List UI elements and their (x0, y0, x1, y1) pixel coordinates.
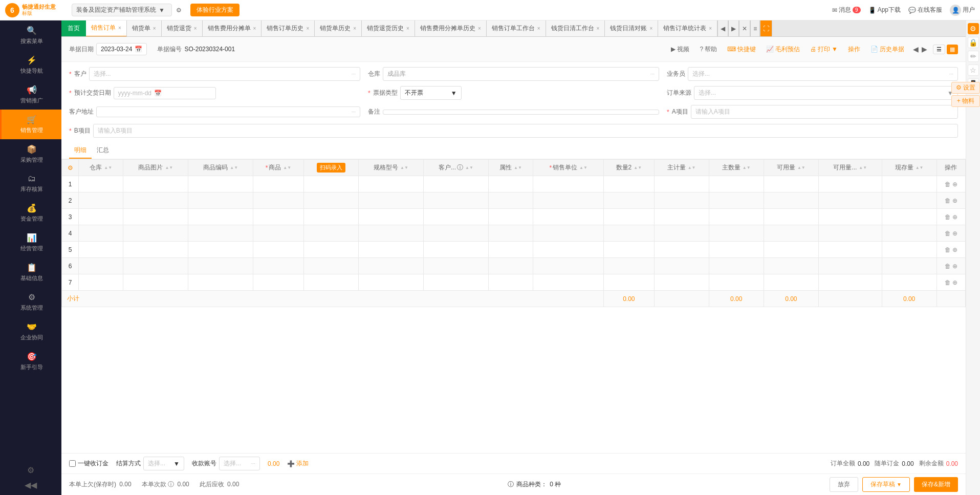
list-view-button[interactable]: ☰ (933, 45, 945, 54)
row-1-available2[interactable] (818, 176, 882, 192)
tab-sales-order[interactable]: 销售订单 × (86, 20, 127, 37)
row-1-unit[interactable] (533, 176, 604, 192)
account-select[interactable]: 选择... ··· (219, 457, 260, 470)
row-2-image[interactable] (123, 192, 188, 209)
date-input[interactable]: 2023-03-24 📅 (96, 43, 147, 55)
tab-cashflow-workbench[interactable]: 钱货日清工作台 × (546, 20, 605, 37)
row-1-copy-button[interactable]: ⊕ (952, 181, 957, 188)
sidebar-item-quick-nav[interactable]: ⚡ 快捷导航 (0, 50, 61, 80)
row-3-copy-button[interactable]: ⊕ (952, 213, 957, 221)
user-avatar[interactable]: 👤 用户 (950, 5, 975, 16)
tab-cashflow-reconcile[interactable]: 钱货日清对账 × (605, 20, 658, 37)
row-1-image[interactable] (123, 176, 188, 192)
row-2-copy-button[interactable]: ⊕ (952, 197, 957, 204)
payment-method-select[interactable]: 选择... ▼ (143, 457, 184, 470)
th-scan[interactable]: 扫码录入 (303, 160, 358, 176)
remark-input[interactable] (383, 110, 659, 115)
row-1-warehouse[interactable] (79, 176, 123, 192)
row-1-main-unit[interactable] (654, 176, 709, 192)
tab-expense-history[interactable]: 销售费用分摊单历史 × (415, 20, 487, 37)
row-2-spec[interactable] (358, 192, 423, 209)
tab-summary[interactable]: 汇总 (92, 143, 114, 159)
sidebar-item-basic-info[interactable]: 📋 基础信息 (0, 257, 61, 287)
row-1-qty2[interactable] (604, 176, 654, 192)
tab-sales-stats[interactable]: 销售订单统计表 × (658, 20, 717, 37)
address-input[interactable]: ··· (96, 106, 360, 117)
row-5-delete-button[interactable]: 🗑 (945, 246, 951, 253)
row-2-customer-code[interactable] (423, 192, 488, 209)
tab-sales-return[interactable]: 销货退货 × (162, 20, 203, 37)
right-icon-lock[interactable]: 🔒 (968, 37, 979, 48)
row-3-delete-button[interactable]: 🗑 (945, 213, 951, 221)
customer-input[interactable]: 选择... ··· (89, 67, 360, 81)
print-button[interactable]: 🖨 打印 ▼ (807, 44, 841, 55)
row-2-main-qty[interactable] (709, 192, 764, 209)
sidebar-item-system[interactable]: ⚙ 系统管理 (0, 287, 61, 317)
row-1-current-stock[interactable] (882, 176, 937, 192)
th-warehouse[interactable]: 仓库 ▲▼ (79, 160, 123, 176)
tab-menu-button[interactable]: ≡ (750, 20, 760, 37)
sidebar-item-sales[interactable]: 🛒 销售管理 (0, 110, 61, 139)
th-attribute[interactable]: 属性 ▲▼ (488, 160, 533, 176)
right-icon-settings[interactable]: ⚙ (968, 23, 979, 34)
tab-detail[interactable]: 明细 (69, 143, 92, 159)
scan-button[interactable]: 扫码录入 (317, 163, 345, 173)
sidebar-item-enterprise[interactable]: 🤝 企业协同 (0, 317, 61, 347)
add-payment-button[interactable]: ➕ 添加 (287, 459, 309, 468)
th-available[interactable]: 可用量 ▲▼ (764, 160, 818, 176)
shortcut-button[interactable]: ⌨ 快捷键 (724, 44, 759, 55)
delivery-date-input[interactable]: yyyy-mm-dd 📅 (114, 87, 216, 99)
row-4-copy-button[interactable]: ⊕ (952, 230, 957, 237)
th-image[interactable]: 商品图片 ▲▼ (123, 160, 188, 176)
tab-sales-invoice[interactable]: 销货单 × (127, 20, 162, 37)
tab-prev-button[interactable]: ◀ (717, 20, 728, 37)
row-1-available[interactable] (764, 176, 818, 192)
tab-order-workbench[interactable]: 销售订单工作台 × (487, 20, 546, 37)
row-2-available2[interactable] (818, 192, 882, 209)
tab-invoice-history[interactable]: 销货单历史 × (315, 20, 362, 37)
tab-return-history[interactable]: 销货退货历史 × (362, 20, 415, 37)
row-2-unit[interactable] (533, 192, 604, 209)
tab-next-button[interactable]: ▶ (728, 20, 739, 37)
sidebar-item-operations[interactable]: 📊 经营管理 (0, 228, 61, 257)
tab-fullscreen-button[interactable]: ⛶ (760, 20, 772, 37)
row-1-main-qty[interactable] (709, 176, 764, 192)
save-draft-button[interactable]: 保存草稿 ▼ (862, 477, 910, 492)
th-settings[interactable]: ⚙ (62, 160, 79, 176)
system-selector[interactable]: 装备及固定资产辅助管理系统 ▼ (72, 4, 172, 16)
row-1-delete-button[interactable]: 🗑 (945, 181, 951, 188)
row-2-main-unit[interactable] (654, 192, 709, 209)
th-qty2[interactable]: 数量2 ▲▼ (604, 160, 654, 176)
next-record-button[interactable]: ▶ (920, 45, 929, 53)
order-source-input[interactable]: 选择... ▼ (694, 86, 958, 100)
right-icon-star[interactable]: ☆ (968, 64, 979, 76)
row-1-code[interactable] (188, 176, 253, 192)
grid-view-button[interactable]: ▦ (947, 45, 958, 54)
sidebar-item-search[interactable]: 🔍 搜索菜单 (0, 20, 61, 50)
row-6-copy-button[interactable]: ⊕ (952, 263, 957, 270)
th-main-unit[interactable]: 主计量 ▲▼ (654, 160, 709, 176)
b-project-input[interactable]: 请输入B项目 (93, 124, 958, 138)
staff-input[interactable]: 选择... ··· (688, 67, 958, 81)
th-code[interactable]: 商品编码 ▲▼ (188, 160, 253, 176)
app-download-button[interactable]: 📱 App下载 (868, 6, 901, 14)
ops-button[interactable]: 操作 (845, 44, 863, 55)
history-button[interactable]: 📄 历史单据 (867, 44, 907, 55)
row-7-copy-button[interactable]: ⊕ (952, 279, 957, 286)
message-button[interactable]: ✉ 消息 9 (832, 6, 861, 14)
tab-sales-expense[interactable]: 销售费用分摊单 × (203, 20, 262, 37)
help-button[interactable]: ? 帮助 (696, 44, 720, 55)
row-2-qty2[interactable] (604, 192, 654, 209)
row-2-current-stock[interactable] (882, 192, 937, 209)
row-1-product[interactable] (253, 176, 303, 192)
auto-checkout-checkbox[interactable]: 一键收订金 (69, 459, 108, 468)
tab-close-all-button[interactable]: ✕ (739, 20, 750, 37)
sidebar-item-marketing[interactable]: 📢 营销推广 (0, 80, 61, 110)
save-new-button[interactable]: 保存&新增 (914, 477, 958, 492)
profit-button[interactable]: 📈 毛利预估 (763, 44, 803, 55)
system-settings-icon[interactable]: ⚙ (172, 3, 186, 17)
row-2-available[interactable] (764, 192, 818, 209)
sidebar-item-inventory[interactable]: 🗂 库存核算 (0, 169, 61, 198)
th-available2[interactable]: 可用量... ▲▼ (818, 160, 882, 176)
row-1-attribute[interactable] (488, 176, 533, 192)
